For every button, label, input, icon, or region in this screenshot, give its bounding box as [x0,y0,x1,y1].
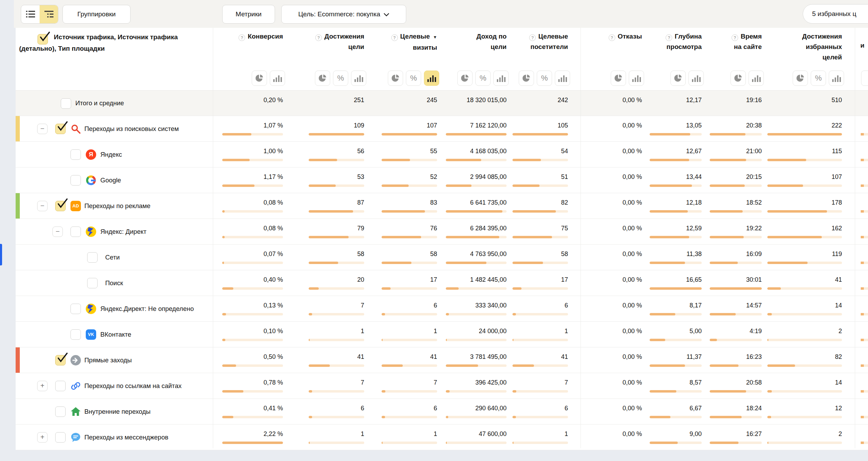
row-label[interactable]: Переходы из поисковых систем [84,116,179,141]
column-label[interactable]: Целевые [538,33,568,40]
table-row[interactable]: Итого и средние0,20 %25124518 320 015,00… [16,90,868,116]
collapse-button[interactable]: − [37,201,48,211]
table-row[interactable]: Сети0,07 %58584 763 950,00580,00 %11,381… [16,245,868,270]
row-label[interactable]: Google [100,167,121,193]
help-icon[interactable]: ? [609,34,615,41]
list-view-button[interactable] [21,5,40,23]
table-row[interactable]: Внутренние переходы0,41 %66290 640,0060,… [16,399,868,425]
row-label[interactable]: Итого и средние [75,91,124,116]
favorite-goal-reaches-pie-view-button[interactable] [793,71,808,86]
metrics-button[interactable]: Метрики [222,5,275,24]
target-visits-bar-view-button[interactable] [424,71,439,86]
column-label[interactable]: Доход по [476,33,507,40]
goal-reaches-pie-view-button[interactable] [315,71,330,86]
row-label[interactable]: ВКонтакте [100,322,131,347]
help-icon[interactable]: ? [239,34,245,41]
column-label[interactable]: на сайте [734,43,762,50]
help-icon[interactable]: ? [391,34,398,41]
table-row[interactable]: +Переходы из мессенджеров2,22 %1147 600,… [16,425,868,450]
column-label[interactable]: избранных [806,43,842,50]
target-visits-percent-view-button[interactable]: % [406,71,421,86]
goal-reaches-percent-view-button[interactable]: % [333,71,348,86]
expand-button[interactable]: + [37,381,48,391]
tree-view-button[interactable] [40,5,58,23]
target-visitors-percent-view-button[interactable]: % [537,71,552,86]
row-checkbox[interactable] [55,201,66,211]
help-icon[interactable]: ? [315,34,322,41]
page-depth-bar-view-button[interactable] [688,71,704,86]
target-visits-pie-view-button[interactable] [388,71,403,86]
column-label[interactable]: цели [491,43,507,50]
target-visitors-pie-view-button[interactable] [519,71,534,86]
row-checkbox[interactable] [55,432,66,443]
row-checkbox[interactable] [87,252,98,263]
column-label[interactable]: Время [741,33,762,40]
table-row[interactable]: +Переходы по ссылкам на сайтах0,78 %7739… [16,373,868,399]
row-label[interactable]: Яндекс: Директ [100,219,147,244]
column-label[interactable]: целей [823,53,842,61]
groupings-button[interactable]: Группировки [62,5,131,24]
column-label[interactable]: Глубина [675,33,702,40]
help-icon[interactable]: ? [529,34,536,41]
row-checkbox[interactable] [70,329,81,340]
expand-button[interactable]: + [37,432,48,443]
goal-reaches-bar-view-button[interactable] [351,71,366,86]
goal-revenue-bar-view-button[interactable] [493,71,509,86]
table-row[interactable]: Google1,17 %53522 994 085,00510,00 %13,4… [16,167,868,193]
time-on-site-bar-view-button[interactable] [749,71,764,86]
goal-revenue-pie-view-button[interactable] [457,71,473,86]
row-label[interactable]: Прямые заходы [84,347,132,373]
row-checkbox[interactable] [87,278,98,288]
conversion-pie-view-button[interactable] [252,71,267,86]
favorite-goals-pill[interactable]: 5 избранных ц [803,4,868,24]
row-checkbox[interactable] [70,227,81,237]
row-checkbox[interactable] [70,304,81,314]
row-label[interactable]: Переходы по ссылкам на сайтах [84,373,182,398]
time-on-site-pie-view-button[interactable] [731,71,746,86]
clipped-metric-button[interactable] [861,71,868,86]
column-label[interactable]: цели [348,43,364,50]
collapse-button[interactable]: − [37,124,48,134]
page-depth-pie-view-button[interactable] [670,71,686,86]
select-all-checkbox[interactable] [37,34,48,44]
help-icon[interactable]: ? [666,34,672,41]
table-row[interactable]: −Яндекс: Директ0,08 %79766 284 395,00750… [16,219,868,245]
row-label[interactable]: Яндекс [100,142,122,167]
table-row[interactable]: −Переходы из поисковых систем1,07 %10910… [16,116,868,142]
goal-selector-button[interactable]: Цель: Ecommerce: покупка [281,5,406,24]
favorite-goal-reaches-bar-view-button[interactable] [829,71,844,86]
sort-desc-icon[interactable]: ▼ [433,35,437,40]
row-label[interactable]: Сети [105,245,120,270]
column-label[interactable]: просмотра [667,43,702,50]
row-label[interactable]: Яндекс.Директ: Не определено [100,296,194,321]
row-checkbox[interactable] [61,98,71,109]
row-checkbox[interactable] [70,175,81,186]
bounces-pie-view-button[interactable] [611,71,626,86]
table-row[interactable]: ЯЯндекс1,00 %56554 168 035,00540,00 %12,… [16,142,868,167]
row-label[interactable]: Внутренние переходы [84,399,151,424]
column-label[interactable]: Целевые [400,33,430,40]
table-row[interactable]: −ADПереходы по рекламе0,08 %87836 641 73… [16,193,868,219]
goal-revenue-percent-view-button[interactable]: % [475,71,491,86]
column-label[interactable]: посетители [531,43,568,50]
column-label[interactable]: Отказы [618,33,642,40]
row-checkbox[interactable] [55,406,66,417]
column-label[interactable]: Конверсия [248,33,283,40]
column-label[interactable]: визиты [413,44,437,51]
column-label[interactable]: Достижения [324,33,364,40]
table-row[interactable]: VKВКонтакте0,10 %1124 000,0010,00 %5,004… [16,322,868,347]
target-visitors-bar-view-button[interactable] [555,71,570,86]
row-label[interactable]: Переходы из мессенджеров [84,425,168,450]
row-label[interactable]: Поиск [105,270,123,296]
help-icon[interactable]: ? [732,34,738,41]
dimension-header-line2[interactable]: (детально), Тип площадки [19,45,105,52]
row-label[interactable]: Переходы по рекламе [84,193,150,219]
row-checkbox[interactable] [55,355,66,365]
dimension-header[interactable]: Источник трафика, Источник трафика [54,33,178,41]
bounces-bar-view-button[interactable] [629,71,644,86]
table-row[interactable]: Яндекс.Директ: Не определено0,13 %76333 … [16,296,868,322]
collapse-button[interactable]: − [52,227,63,237]
row-checkbox[interactable] [55,381,66,391]
conversion-bar-view-button[interactable] [270,71,285,86]
table-row[interactable]: Поиск0,40 %20171 482 445,00170,00 %16,65… [16,270,868,296]
